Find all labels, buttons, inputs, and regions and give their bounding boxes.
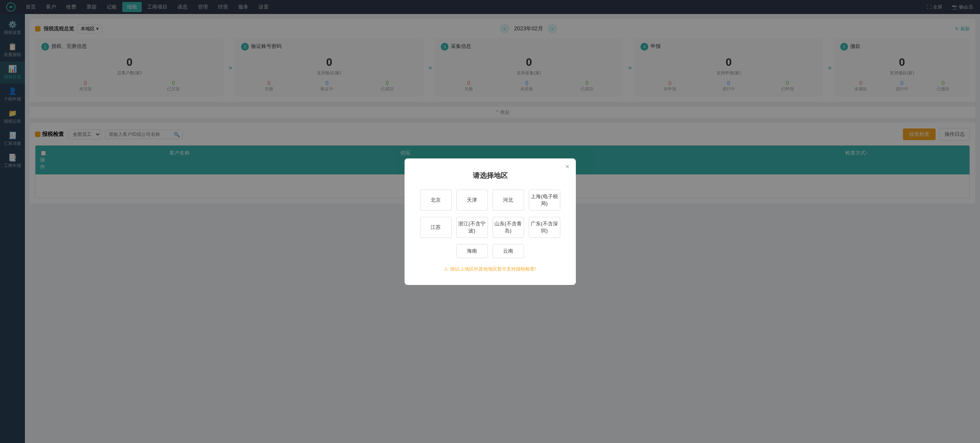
warning-icon: ⚠: [444, 266, 448, 272]
region-btn-shandong[interactable]: 山东(不含青岛): [493, 217, 524, 238]
region-btn-beijing[interactable]: 北京: [420, 190, 452, 211]
region-btn-guangdong[interactable]: 广东(不含深圳): [529, 217, 560, 238]
region-btn-shanghai[interactable]: 上海(电子税局): [529, 190, 560, 211]
region-grid-row2: 江苏 浙江(不含宁波) 山东(不含青岛) 广东(不含深圳): [420, 217, 560, 238]
region-btn-zhejiang[interactable]: 浙江(不含宁波): [456, 217, 488, 238]
modal-overlay[interactable]: × 请选择地区 北京 天津 河北 上海(电子税局) 江苏 浙江(不含宁波) 山东…: [0, 0, 980, 443]
region-btn-jiangsu[interactable]: 江苏: [420, 217, 452, 238]
modal-title: 请选择地区: [420, 171, 560, 180]
warning-text: 除以上地区外其他地区暂不支持报税检查!: [450, 266, 536, 272]
region-select-modal: × 请选择地区 北京 天津 河北 上海(电子税局) 江苏 浙江(不含宁波) 山东…: [405, 158, 576, 285]
region-btn-tianjin[interactable]: 天津: [456, 190, 488, 211]
region-grid-row1: 北京 天津 河北 上海(电子税局): [420, 190, 560, 211]
region-btn-hainan[interactable]: 海南: [456, 244, 488, 258]
region-btn-yunnan[interactable]: 云南: [493, 244, 524, 258]
region-btn-hebei[interactable]: 河北: [493, 190, 524, 211]
region-grid-row3: 海南 云南: [420, 244, 560, 258]
modal-warning: ⚠ 除以上地区外其他地区暂不支持报税检查!: [420, 266, 560, 272]
modal-close-button[interactable]: ×: [565, 163, 570, 170]
